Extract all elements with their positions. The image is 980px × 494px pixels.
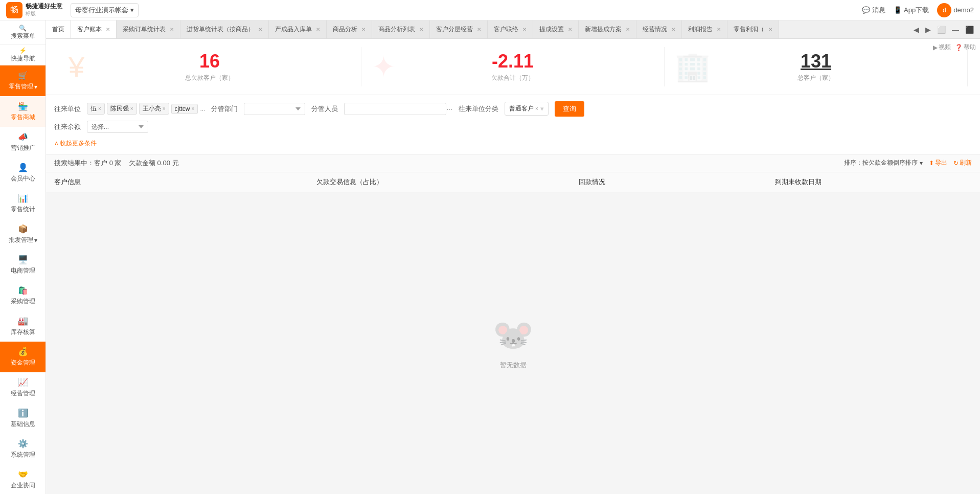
chevron-icon-batch: ▾ (34, 237, 37, 244)
message-button[interactable]: 💬 消息 (862, 6, 885, 15)
refresh-icon: ↻ (953, 160, 959, 167)
tab-product-analysis-list[interactable]: 商品分析列表 ✕ (372, 20, 430, 39)
filter-tag-chen-close[interactable]: × (130, 106, 133, 111)
message-label: 消息 (872, 6, 885, 15)
tab-minimize[interactable]: — (950, 25, 961, 35)
tab-customer-accounts[interactable]: 客户账本 ✕ (71, 20, 117, 39)
export-button[interactable]: ⬆ 导出 (929, 159, 947, 167)
customers-bg-icon: ¥ (69, 50, 84, 83)
sidebar-item-member-center[interactable]: 👤 会员中心 (0, 158, 45, 188)
sidebar-item-label-batch: 批发管理 ▾ (9, 236, 37, 244)
sort-selector[interactable]: 排序：按欠款金额倒序排序 ▾ (844, 159, 923, 167)
tab-product-analysis-close[interactable]: ✕ (361, 27, 366, 32)
filter-tag-cjttcw-close[interactable]: × (192, 106, 195, 111)
workspace-selector[interactable]: 母婴行业演示帐套 ▾ (71, 3, 139, 17)
sidebar-nav[interactable]: ⚡ 快捷导航 (0, 45, 45, 65)
tab-bar-actions: ◀ ▶ ⬜ — ⬛ (907, 25, 980, 35)
person-filter-input[interactable] (344, 103, 446, 115)
tab-cost-inbound-close[interactable]: ✕ (316, 27, 320, 32)
tab-reminder-settings-close[interactable]: ✕ (568, 27, 572, 32)
sidebar-search-label: 搜索菜单 (11, 32, 35, 39)
tab-purchase-order-stats-close[interactable]: ✕ (170, 27, 174, 32)
filter-tag-wu: 伍 × (87, 103, 105, 115)
app-download-button[interactable]: 📱 App下载 (894, 6, 929, 15)
total-customers-value: 131 (801, 51, 831, 72)
filter-tag-wang: 王小亮 × (139, 103, 169, 115)
sidebar-item-retail-mgmt[interactable]: 🛒 零售管理 ▾ (0, 65, 45, 96)
sidebar-item-retail-stats[interactable]: 📊 零售统计 (0, 188, 45, 219)
tab-retail-profit-close[interactable]: ✕ (768, 27, 772, 32)
tab-customer-tier[interactable]: 客户分层经营 ✕ (430, 20, 488, 39)
tab-inbound-stats-close[interactable]: ✕ (258, 27, 262, 32)
tab-product-analysis-list-close[interactable]: ✕ (419, 27, 423, 32)
sidebar-item-retail-shop[interactable]: 🏪 零售商城 (0, 96, 45, 127)
video-label: 视频 (939, 43, 951, 52)
tab-customer-tier-label: 客户分层经营 (436, 25, 473, 34)
tab-customer-accounts-close[interactable]: ✕ (106, 27, 110, 32)
sidebar-item-marketing[interactable]: 📣 营销推广 (0, 127, 45, 158)
tab-profit-report[interactable]: 利润报告 ✕ (682, 20, 727, 39)
dept-filter-wrap (244, 103, 305, 115)
tab-retail-profit-label: 零售利润（ (734, 25, 764, 34)
sidebar-item-enterprise[interactable]: 🤝 企业协同 (0, 464, 45, 494)
tab-cost-inbound[interactable]: 产成品入库单 ✕ (269, 20, 327, 39)
tab-purchase-order-stats[interactable]: 采购订单统计表 ✕ (117, 20, 180, 39)
tab-new-reminder-plan[interactable]: 新增提成方案 ✕ (579, 20, 636, 39)
results-bar: 搜索结果中：客户 0 家 欠款金额 0.00 元 排序：按欠款金额倒序排序 ▾ … (46, 154, 980, 172)
tab-customer-tier-close[interactable]: ✕ (477, 27, 481, 32)
sidebar-item-purchase[interactable]: 🛍️ 采购管理 (0, 280, 45, 311)
export-label: 导出 (935, 159, 947, 167)
debt-bg-icon: ✦ (372, 50, 396, 83)
debt-value: 0.00 (157, 159, 170, 167)
tab-product-analysis[interactable]: 商品分析 ✕ (327, 20, 372, 39)
collapse-up-icon: ∧ (54, 140, 59, 147)
tab-customer-contact[interactable]: 客户联络 ✕ (488, 20, 533, 39)
tab-customer-contact-close[interactable]: ✕ (522, 27, 527, 32)
customers-label: 总欠款客户（家） (185, 74, 234, 82)
sidebar-search[interactable]: 🔍 搜索菜单 (0, 20, 45, 45)
sidebar-item-capital[interactable]: 💰 资金管理 (0, 342, 45, 372)
sidebar-item-business[interactable]: 📈 经营管理 (0, 372, 45, 403)
query-button[interactable]: 查询 (555, 101, 584, 117)
retail-stats-icon: 📊 (18, 193, 28, 203)
sidebar-item-label-inventory: 库存核算 (11, 328, 35, 336)
help-btn[interactable]: ❓ 帮助 (955, 43, 976, 52)
sidebar-item-system[interactable]: ⚙️ 系统管理 (0, 434, 45, 464)
search-count: 0 (109, 159, 113, 167)
tab-profit-report-close[interactable]: ✕ (717, 27, 721, 32)
tab-inbound-stats[interactable]: 进货单统计表（按商品） ✕ (180, 20, 269, 39)
tab-inbound-stats-label: 进货单统计表（按商品） (187, 25, 254, 34)
tab-expand[interactable]: ⬛ (963, 25, 976, 35)
tab-home[interactable]: 首页 (46, 20, 71, 39)
sidebar-item-batch-mgmt[interactable]: 📦 批发管理 ▾ (0, 219, 45, 250)
tab-retail-profit[interactable]: 零售利润（ ✕ (727, 20, 779, 39)
tab-new-reminder-plan-label: 新增提成方案 (585, 25, 622, 34)
filter-tag-wang-close[interactable]: × (163, 106, 166, 111)
balance-filter-select[interactable]: 选择... (87, 121, 148, 133)
tab-more[interactable]: ⬜ (935, 25, 948, 35)
sidebar-item-ecommerce[interactable]: 🖥️ 电商管理 (0, 250, 45, 280)
sidebar-item-basic-info[interactable]: ℹ️ 基础信息 (0, 403, 45, 434)
tab-business-situation[interactable]: 经营情况 ✕ (636, 20, 682, 39)
filter-tag-wu-close[interactable]: × (98, 106, 101, 111)
tab-scroll-right[interactable]: ▶ (923, 25, 933, 35)
debt-value: -2.11 (492, 51, 534, 72)
tab-home-label: 首页 (52, 25, 64, 34)
tab-scroll-left[interactable]: ◀ (911, 25, 921, 35)
refresh-button[interactable]: ↻ 刷新 (953, 159, 972, 167)
user-profile[interactable]: d demo2 (937, 3, 974, 17)
filter-tags-more[interactable]: ... (200, 105, 205, 113)
tab-reminder-settings-label: 提成设置 (539, 25, 564, 34)
logo-text-block: 畅捷通好生意 标版 (26, 3, 62, 17)
tab-new-reminder-plan-close[interactable]: ✕ (626, 27, 630, 32)
person-filter-dots[interactable]: ··· (446, 105, 452, 113)
tab-business-situation-close[interactable]: ✕ (671, 27, 675, 32)
video-help-btn[interactable]: ▶ 视频 (933, 43, 951, 52)
sidebar-item-inventory[interactable]: 🏭 库存核算 (0, 311, 45, 342)
category-tag-close[interactable]: × (535, 106, 538, 111)
tab-bar: 首页 客户账本 ✕ 采购订单统计表 ✕ 进货单统计表（按商品） ✕ 产成品入库单… (46, 20, 980, 39)
tab-reminder-settings[interactable]: 提成设置 ✕ (533, 20, 579, 39)
dept-filter-select[interactable] (244, 103, 305, 115)
collapse-button[interactable]: ∧ 收起更多条件 (54, 139, 972, 148)
logo-area: 畅 畅捷通好生意 标版 (6, 2, 62, 18)
